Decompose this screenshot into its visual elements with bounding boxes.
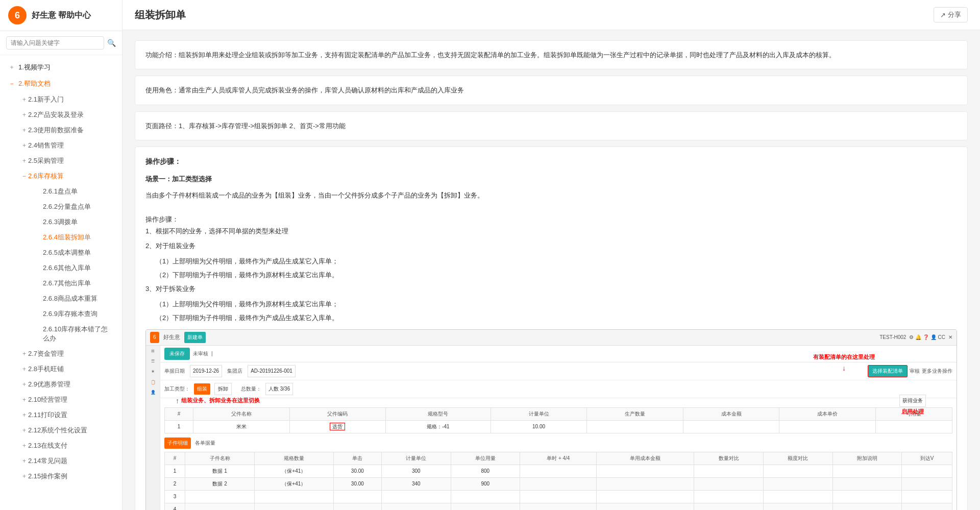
sidebar-item-2-6-5[interactable]: 2.6.5成本调整单: [35, 245, 122, 260]
sc-book-icon[interactable]: 📋: [151, 379, 156, 386]
logo-icon: 6: [8, 6, 27, 25]
sc-sub-th-note: 附加说明: [832, 452, 902, 465]
sc-td-code: 选货: [289, 420, 386, 433]
sc-titlebar: 6 好生意 新建单 TEST-H002 ⚙ 🔔 ❓ 👤 CC ✕: [146, 330, 957, 346]
path-text: 页面路径：1、库存核算->库存管理->组装拆卸单 2、首页->常用功能: [145, 120, 957, 132]
sc-menu-icon[interactable]: ☰: [151, 358, 155, 365]
step3-sub1: （1）上部明细为父件明细，最终作为原材料生成某它出库单；: [145, 298, 957, 310]
sc-tab-active[interactable]: 未保存: [164, 348, 190, 360]
sc-close-icon[interactable]: ✕: [948, 333, 952, 342]
steps-title: 操作步骤：: [145, 155, 957, 168]
sc-sub-th-cost: 单用成本金额: [597, 452, 694, 465]
sidebar-item-2-13[interactable]: +2.13在线支付: [14, 438, 122, 453]
intro-text: 功能介绍：组装拆卸单用来处理企业组装或拆卸等加工业务，支持有固定装配清单的产品加…: [145, 49, 957, 61]
sidebar-item-2-6-2[interactable]: 2.6.2分量盘点单: [35, 199, 122, 214]
page-title: 组装拆卸单: [135, 8, 186, 22]
sidebar-item-video[interactable]: + 1.视频学习: [0, 59, 122, 76]
sidebar-item-2-6-9[interactable]: 2.6.9库存账本查询: [35, 306, 122, 322]
sc-disassemble-btn[interactable]: 拆卸: [214, 383, 232, 395]
sc-home-icon[interactable]: ⊞: [151, 348, 155, 355]
sc-sub-th-adjqty: 单击: [333, 452, 381, 465]
search-container: 🔍: [0, 31, 122, 55]
sidebar-item-2-6[interactable]: −2.6库存核算: [14, 168, 122, 184]
subitems-2-6: 2.6.1盘点单 2.6.2分量盘点单 2.6.3调拨单 2.6.4组装拆卸单 …: [14, 184, 122, 346]
arrow-down-icon: ↓: [842, 362, 846, 375]
sidebar-item-2-4[interactable]: +2.4销售管理: [14, 138, 122, 153]
step2-sub1: （1）上部明细为父件明细，最终作为产成品生成某它入库单；: [145, 255, 957, 267]
role-text: 使用角色：通常由生产人员或库管人员完成拆装业务的操作，库管人员确认原材料的出库和…: [145, 84, 957, 96]
sidebar-item-docs[interactable]: − 2.帮助文档 +2.1新手入门 +2.2产品安装及登录 +2.3使用前数据准…: [0, 76, 122, 484]
steps-card: 操作步骤： 场景一：加工类型选择 当由多个子件材料组装成一个成品的业务为【组装】…: [135, 147, 968, 510]
step1: 1、根据不同的业务，选择不同单据的类型来处理: [145, 225, 957, 237]
sc-icons: ⚙ 🔔 ❓ 👤 CC: [909, 333, 945, 342]
sidebar-item-2-12[interactable]: +2.12系统个性化设置: [14, 423, 122, 438]
expand-icon: −: [8, 80, 15, 87]
sidebar-item-2-7[interactable]: +2.7资金管理: [14, 346, 122, 361]
sc-testid: TEST-H002: [879, 333, 906, 342]
sc-sub-row-3: 3: [165, 490, 952, 503]
search-button[interactable]: 🔍: [107, 39, 116, 47]
sc-more-label: 更多业务操作: [922, 367, 952, 376]
sc-sub-th-actual: 单时 + 4/4: [520, 452, 597, 465]
sidebar-item-2-1[interactable]: +2.1新手入门: [14, 92, 122, 107]
sc-subtable-title: 子件明细: [164, 438, 191, 449]
sidebar-item-2-6-8[interactable]: 2.6.8商品成本重算: [35, 291, 122, 306]
role-card: 使用角色：通常由生产人员或库管人员完成拆装业务的操作，库管人员确认原材料的出库和…: [135, 76, 968, 105]
sc-th-spec: 规格型号: [386, 407, 491, 420]
sidebar-item-2-5[interactable]: +2.5采购管理: [14, 153, 122, 168]
sc-assembly-btn[interactable]: 组装: [194, 383, 210, 395]
scene1-desc: 当由多个子件材料组装成一个成品的业务为【组装】业务，当由一个父件拆分成多个子产品…: [145, 189, 957, 201]
sc-sidebar-icons: ⊞ ☰ ★ 📋 👤: [146, 346, 160, 510]
sidebar-item-2-9[interactable]: +2.9优惠券管理: [14, 377, 122, 392]
sidebar-item-2-6-4[interactable]: 2.6.4组装拆卸单: [35, 230, 122, 245]
sc-td-unit: 10.00: [491, 420, 587, 433]
share-button[interactable]: ↗ 分享: [934, 7, 968, 22]
main-header: 组装拆卸单 ↗ 分享: [122, 0, 980, 30]
sc-parent-table: # 父件名称 父件编码 规格型号 计量单位 生产数量 成本金额 成本单价 可用量: [164, 407, 952, 433]
sidebar-item-2-6-10[interactable]: 2.6.10库存账本错了怎么办: [35, 322, 122, 346]
sc-th-unit: 计量单位: [491, 407, 587, 420]
main-content: 功能介绍：组装拆卸单用来处理企业组装或拆卸等加工业务，支持有固定装配清单的产品加…: [122, 30, 980, 510]
sc-date-value: 2019-12-26: [190, 365, 222, 377]
sc-user-icon[interactable]: 👤: [151, 389, 156, 396]
step2-sub2: （2）下部明细为子件明细，最终作为原材料生成某它出库单。: [145, 269, 957, 281]
sidebar-item-2-6-6[interactable]: 2.6.6其他入库单: [35, 260, 122, 276]
sc-enable-input[interactable]: 获得业务: [899, 395, 926, 407]
sc-menu-label: 未审核: [193, 349, 208, 358]
sc-subtable-label: 各单据量: [195, 439, 215, 448]
sidebar-item-2-6-3[interactable]: 2.6.3调拨单: [35, 214, 122, 230]
step2: 2、对于组装业务: [145, 240, 957, 252]
sc-newtab[interactable]: 新建单: [184, 332, 206, 343]
sidebar-item-2-3[interactable]: +2.3使用前数据准备: [14, 123, 122, 138]
intro-card: 功能介绍：组装拆卸单用来处理企业组装或拆卸等加工业务，支持有固定装配清单的产品加…: [135, 40, 968, 69]
sidebar-item-2-2[interactable]: +2.2产品安装及登录: [14, 107, 122, 123]
sc-th-name: 父件名称: [193, 407, 290, 420]
sc-th-qty: 生产数量: [587, 407, 683, 420]
sc-td-num: 1: [165, 420, 193, 433]
sidebar-item-label: 2.帮助文档: [18, 79, 51, 88]
sc-th-code: 父件编码: [289, 407, 386, 420]
sc-date-label: 单据日期: [164, 367, 185, 376]
nav-tree: + 1.视频学习 − 2.帮助文档 +2.1新手入门 +2.2产品安装及登录 +…: [0, 55, 122, 510]
sc-th-num: #: [165, 407, 193, 420]
sidebar-item-2-10[interactable]: +2.10经营管理: [14, 392, 122, 407]
search-input[interactable]: [6, 36, 104, 50]
sc-td-avail: [875, 420, 952, 433]
share-icon: ↗: [940, 11, 946, 19]
annotation1: 有装配清单的在这里处理: [813, 352, 875, 362]
sidebar-item-2-8[interactable]: +2.8手机旺铺: [14, 361, 122, 377]
sc-star-icon[interactable]: ★: [151, 368, 155, 375]
sc-subtable-area: # 子件名称 规格数量 单击 计量单位 单位用量 单时 + 4/4 单用成本金额: [160, 451, 957, 510]
sc-td-costamt: [683, 420, 779, 433]
sidebar-item-2-15[interactable]: +2.15操作案例: [14, 469, 122, 484]
sidebar-item-label: 1.视频学习: [18, 63, 51, 72]
sc-appname: 好生意: [163, 332, 180, 343]
sc-sub-row-1: 1数据 1（保+41）30.00300800: [165, 465, 952, 477]
sidebar-item-2-6-7[interactable]: 2.6.7其他出库单: [35, 276, 122, 291]
sidebar-item-2-6-1[interactable]: 2.6.1盘点单: [35, 184, 122, 199]
scene1-title: 场景一：加工类型选择: [145, 173, 957, 185]
sc-logo: 6: [150, 332, 159, 343]
sc-approve-label: 审核: [910, 367, 920, 376]
sidebar-item-2-14[interactable]: +2.14常见问题: [14, 453, 122, 469]
sidebar-item-2-11[interactable]: +2.11打印设置: [14, 407, 122, 423]
